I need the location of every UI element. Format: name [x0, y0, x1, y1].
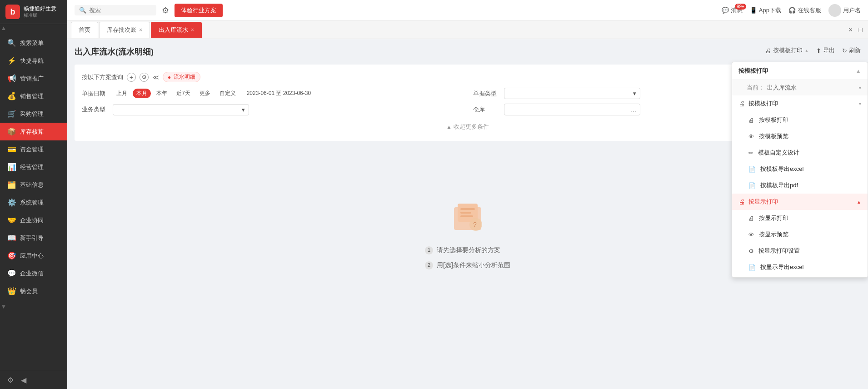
sidebar-scroll-up[interactable]: ▲	[0, 24, 7, 31]
win-close-btn[interactable]: ×	[847, 24, 854, 36]
export-btn[interactable]: ⬆ 导出	[816, 46, 835, 55]
win-max-btn[interactable]: □	[856, 24, 864, 36]
item-display-export-pdf[interactable]: 📄 按显示导出pdf	[732, 275, 868, 277]
refresh-icon: ↻	[842, 47, 847, 54]
refresh-btn[interactable]: ↻ 刷新	[842, 46, 861, 55]
item-template-preview-icon: 👁	[748, 133, 754, 140]
item-display-export-excel[interactable]: 📄 按显示导出excel	[732, 259, 868, 275]
industry-btn[interactable]: 体验行业方案	[175, 4, 223, 17]
sidebar-item-vip[interactable]: 👑畅会员	[0, 282, 67, 300]
item-display-export-excel-label: 按显示导出excel	[760, 263, 803, 271]
dropdown-panel: 按模板打印 ▲ 当前： 出入库流水 ▾ 🖨 按模板打印 ▾	[732, 62, 868, 278]
sidebar-item-base[interactable]: 🗂️基础信息	[0, 176, 67, 194]
user-avatar-area[interactable]: 用户名	[828, 4, 861, 17]
operations-icon: 📊	[7, 163, 16, 171]
sidebar-item-marketing[interactable]: 📢营销推广	[0, 70, 67, 87]
section-template-print-header[interactable]: 🖨 按模板打印 ▾	[732, 95, 868, 112]
date-tab-本月[interactable]: 本月	[133, 89, 151, 98]
sidebar-item-search[interactable]: 🔍搜索菜单	[0, 34, 67, 52]
item-display-print-settings-icon: ⚙	[748, 248, 754, 254]
topbar-right: 💬 消息 99+ 📱 App下载 🎧 在线客服 用户名	[722, 4, 861, 17]
tab-inout-flow-label: 出入库流水	[159, 26, 188, 34]
item-template-print-icon: 🖨	[748, 117, 754, 124]
dropdown-header: 按模板打印 ▲	[732, 62, 868, 80]
online-service-label: 在线客服	[798, 6, 821, 15]
date-tab-自定义[interactable]: 自定义	[216, 89, 239, 98]
tab-inventory-batch-label: 库存批次账	[107, 26, 136, 34]
section-template-print-icon: 🖨	[738, 100, 745, 107]
tab-window-controls: × □	[847, 24, 864, 36]
item-display-preview[interactable]: 👁 按显示预览	[732, 226, 868, 243]
item-template-export-pdf[interactable]: 📄 按模板导出pdf	[732, 177, 868, 194]
sidebar-item-inventory[interactable]: 📦库存核算	[0, 123, 67, 140]
sidebar-item-sales[interactable]: 💰销售管理	[0, 87, 67, 105]
sidebar-logo: b 畅捷通好生意 标准版	[0, 0, 67, 24]
message-btn[interactable]: 💬 消息 99+	[722, 6, 743, 15]
app-download-icon: 📱	[750, 7, 757, 14]
date-tab-近7天[interactable]: 近7天	[173, 89, 194, 98]
sidebar-item-guide[interactable]: 📖新手引导	[0, 229, 67, 247]
warehouse-select[interactable]: ...	[504, 104, 640, 115]
item-template-export-pdf-label: 按模板导出pdf	[760, 181, 798, 190]
item-template-custom-icon: ✏	[748, 150, 753, 156]
sidebar-item-wechat[interactable]: 💬企业微信	[0, 264, 67, 282]
item-template-print-label: 按模板打印	[759, 116, 788, 124]
page-title: 出入库流水(流水明细)	[75, 46, 861, 57]
item-display-print-settings-label: 按显示打印设置	[758, 247, 800, 255]
item-template-print[interactable]: 🖨 按模板打印	[732, 112, 868, 128]
item-template-preview[interactable]: 👁 按模板预览	[732, 128, 868, 145]
sidebar-item-appstore[interactable]: 🎯应用中心	[0, 247, 67, 264]
tab-inout-flow[interactable]: 出入库流水 ×	[151, 22, 202, 38]
sidebar-nav: 🔍搜索菜单⚡快捷导航📢营销推广💰销售管理🛒采购管理📦库存核算💳资金管理📊经营管理…	[0, 31, 67, 303]
username: 用户名	[843, 6, 861, 15]
item-template-custom[interactable]: ✏ 模板自定义设计	[732, 145, 868, 161]
sidebar-item-system[interactable]: ⚙️系统管理	[0, 194, 67, 211]
search-icon: 🔍	[7, 39, 16, 47]
message-badge: 99+	[735, 4, 746, 10]
sidebar-item-collab[interactable]: 🤝企业协同	[0, 211, 67, 229]
doctype-select[interactable]: ▾	[504, 88, 640, 99]
vip-icon: 👑	[7, 287, 16, 295]
filter-add-btn[interactable]: +	[127, 73, 136, 82]
filter-settings-btn[interactable]: ⚙	[140, 73, 149, 82]
sidebar-item-label-operations: 经营管理	[20, 163, 44, 171]
biztype-field: 业务类型 ▾	[82, 104, 462, 115]
item-display-print-settings[interactable]: ⚙ 按显示打印设置	[732, 243, 868, 259]
filter-tag[interactable]: ● 流水明细	[163, 72, 200, 82]
dropdown-scroll: 🖨 按模板打印 ▾ 🖨 按模板打印 👁 按模板预览 ✏	[732, 95, 868, 277]
warehouse-more[interactable]: ...	[631, 106, 636, 113]
tab-home[interactable]: 首页	[71, 22, 98, 38]
export-label: 导出	[823, 46, 835, 55]
footer-settings-icon[interactable]: ⚙	[7, 376, 14, 384]
online-service-btn[interactable]: 🎧 在线客服	[788, 6, 821, 15]
print-icon: 🖨	[765, 47, 771, 54]
item-display-print[interactable]: 🖨 按显示打印	[732, 210, 868, 226]
tab-inout-flow-close[interactable]: ×	[191, 27, 194, 33]
sidebar-item-purchase[interactable]: 🛒采购管理	[0, 105, 67, 123]
sidebar-item-quick-nav[interactable]: ⚡快捷导航	[0, 52, 67, 70]
footer-collapse-icon[interactable]: ◀	[21, 376, 26, 384]
sidebar-scroll-down[interactable]: ▼	[0, 303, 7, 310]
sidebar-item-operations[interactable]: 📊经营管理	[0, 158, 67, 176]
biztype-label: 业务类型	[82, 105, 109, 114]
search-box[interactable]: 🔍	[75, 5, 156, 15]
item-template-export-excel[interactable]: 📄 按模板导出excel	[732, 161, 868, 177]
biztype-select[interactable]: ▾	[113, 104, 249, 115]
date-tab-更多[interactable]: 更多	[196, 89, 214, 98]
sidebar-item-finance[interactable]: 💳资金管理	[0, 140, 67, 158]
app-download-btn[interactable]: 📱 App下载	[750, 6, 781, 15]
print-template-btn[interactable]: 🖨 按模板打印 ▲	[765, 46, 809, 55]
svg-text:?: ?	[473, 221, 477, 228]
date-tab-上月[interactable]: 上月	[113, 89, 131, 98]
section-display-print-header[interactable]: 🖨 按显示打印 ▲	[732, 194, 868, 210]
search-input[interactable]	[89, 7, 152, 14]
doctype-label: 单据类型	[473, 90, 500, 98]
topbar-settings-icon[interactable]: ⚙	[162, 5, 169, 15]
tab-inventory-batch[interactable]: 库存批次账 ×	[99, 22, 150, 38]
filter-collapse-btn[interactable]: ≪	[152, 74, 159, 81]
wechat-icon: 💬	[7, 269, 16, 278]
date-tab-本年[interactable]: 本年	[153, 89, 171, 98]
tab-inventory-batch-close[interactable]: ×	[139, 27, 142, 33]
svg-rect-3	[460, 212, 471, 214]
item-template-export-excel-label: 按模板导出excel	[760, 165, 803, 173]
